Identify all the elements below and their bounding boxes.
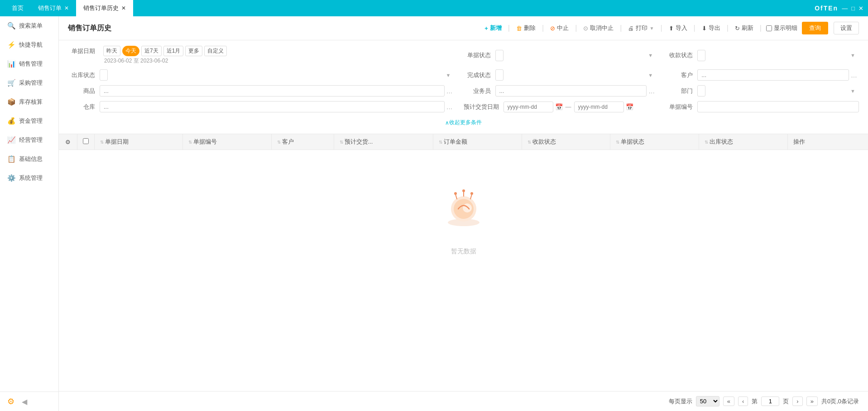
delete-button[interactable]: 🗑 删除 (514, 23, 537, 33)
tab-sales-order-history[interactable]: 销售订单历史 ✕ (76, 0, 133, 16)
refresh-button[interactable]: ↻ 刷新 (733, 23, 755, 33)
sidebar-item-purchase-mgmt[interactable]: 🛒 采购管理 (0, 73, 58, 92)
payment-status-label: 收款状态 (666, 51, 697, 59)
th-checkbox[interactable] (77, 134, 94, 150)
settings-button[interactable]: 设置 (834, 22, 859, 34)
sort-icon-out-stock: ⇅ (705, 140, 708, 145)
delivery-date-to[interactable] (574, 102, 624, 112)
sidebar-item-finance[interactable]: 💰 资金管理 (0, 111, 58, 131)
sidebar-item-inventory[interactable]: 📦 库存核算 (0, 92, 58, 111)
print-button[interactable]: 🖨 打印 ▼ (626, 23, 656, 33)
product-ellipsis-icon[interactable]: … (445, 87, 455, 95)
sidebar-item-search-menu[interactable]: 🔍 搜索菜单 (0, 16, 58, 35)
sidebar-item-quick-nav[interactable]: ⚡ 快捷导航 (0, 35, 58, 54)
doc-status-select[interactable] (495, 50, 504, 61)
tab-sales-order-label: 销售订单 (38, 4, 62, 12)
sort-icon-doc-status: ⇅ (616, 140, 619, 145)
date-btn-yesterday[interactable]: 昨天 (103, 46, 120, 56)
salesperson-input[interactable] (495, 85, 647, 97)
product-input[interactable] (100, 85, 445, 97)
divider8: | (760, 24, 762, 32)
date-btn-more[interactable]: 更多 (185, 46, 202, 56)
sidebar-item-operations[interactable]: 📈 经营管理 (0, 131, 58, 150)
doc-status-sort[interactable]: ⇅ 单据状态 (616, 138, 693, 146)
doc-no-input[interactable] (697, 101, 859, 112)
th-payment-status[interactable]: ⇅ 收款状态 (522, 134, 610, 150)
show-details-checkbox-label[interactable]: 显示明细 (766, 24, 797, 32)
th-delivery-date[interactable]: ⇅ 预计交货... (334, 134, 433, 150)
payment-status-chevron-icon: ▼ (850, 53, 855, 58)
date-btn-7days[interactable]: 近7天 (141, 46, 162, 56)
doc-no-sort[interactable]: ⇅ 单据编号 (188, 138, 266, 146)
salesperson-ellipsis-icon[interactable]: … (647, 87, 657, 95)
sidebar-item-sys-mgmt[interactable]: ⚙️ 系统管理 (0, 169, 58, 188)
window-close[interactable]: ✕ (858, 5, 863, 12)
th-customer[interactable]: ⇅ 客户 (271, 134, 334, 150)
sidebar-collapse-icon[interactable]: ◀ (22, 397, 27, 406)
th-out-stock[interactable]: ⇅ 出库状态 (699, 134, 787, 150)
first-page-button[interactable]: « (723, 396, 734, 406)
date-btn-1month[interactable]: 近1月 (163, 46, 184, 56)
window-minimize[interactable]: — (842, 5, 848, 12)
th-order-amount[interactable]: ⇅ 订单金额 (433, 134, 522, 150)
quick-nav-icon: ⚡ (7, 41, 15, 49)
th-settings[interactable]: ⚙ (59, 134, 77, 150)
print-dropdown-icon[interactable]: ▼ (649, 26, 654, 31)
filter-row-3: 商品 … 业务员 … 部门 ▼ (68, 85, 859, 97)
calendar-to-icon[interactable]: 📅 (626, 103, 633, 111)
new-button[interactable]: + 新增 (483, 23, 504, 33)
export-button[interactable]: ⬇ 导出 (700, 23, 722, 33)
sidebar-item-base-info[interactable]: 📋 基础信息 (0, 150, 58, 169)
operations-icon: 📈 (7, 136, 15, 144)
doc-date-sort[interactable]: ⇅ 单据日期 (100, 138, 177, 146)
last-page-button[interactable]: » (806, 396, 818, 406)
cancel-stop-button[interactable]: ⊙ 取消中止 (581, 23, 615, 33)
payment-status-sort[interactable]: ⇅ 收款状态 (528, 138, 605, 146)
out-stock-status-select[interactable] (100, 69, 108, 81)
delivery-date-sort[interactable]: ⇅ 预计交货... (340, 138, 428, 146)
th-doc-date[interactable]: ⇅ 单据日期 (94, 134, 183, 150)
delivery-date-from[interactable] (504, 102, 553, 112)
main-content: 销售订单历史 + 新增 | 🗑 删除 | ⊘ 中止 | ⊙ (59, 16, 868, 411)
tab-sales-order[interactable]: 销售订单 ✕ (31, 0, 76, 16)
th-doc-no[interactable]: ⇅ 单据编号 (183, 134, 272, 150)
sidebar-item-sales-mgmt[interactable]: 📊 销售管理 (0, 54, 58, 73)
tab-home-label: 首页 (12, 4, 24, 12)
page-size-select[interactable]: 50 20 100 200 (696, 396, 719, 406)
query-button[interactable]: 查询 (802, 22, 828, 34)
tab-sales-order-history-close[interactable]: ✕ (121, 5, 126, 11)
sidebar-item-operations-label: 经营管理 (19, 136, 43, 144)
customer-input[interactable] (697, 69, 849, 81)
show-details-checkbox[interactable] (766, 25, 772, 31)
customer-sort[interactable]: ⇅ 客户 (277, 138, 328, 146)
date-btn-custom[interactable]: 自定义 (204, 46, 227, 56)
calendar-from-icon[interactable]: 📅 (555, 103, 563, 111)
select-all-checkbox[interactable] (83, 138, 89, 144)
warehouse-ellipsis-icon[interactable]: … (445, 103, 455, 111)
complete-status-select[interactable] (495, 69, 504, 81)
page-size-label: 每页显示 (669, 397, 692, 406)
page-number-input[interactable] (761, 396, 779, 406)
out-stock-sort[interactable]: ⇅ 出库状态 (705, 138, 782, 146)
collapse-button[interactable]: ∧ 收起更多条件 (68, 117, 859, 128)
th-doc-status[interactable]: ⇅ 单据状态 (610, 134, 699, 150)
filter-row-1: 单据日期 昨天 今天 近7天 近1月 更多 自定义 2023-06-02 至 2… (68, 46, 859, 65)
import-button[interactable]: ⬆ 导入 (667, 23, 689, 33)
date-separator: — (566, 103, 571, 110)
tab-home[interactable]: 首页 (5, 0, 31, 16)
date-range-text: 2023-06-02 至 2023-06-02 (104, 58, 168, 64)
customer-ellipsis-icon[interactable]: … (849, 72, 859, 79)
stop-button[interactable]: ⊘ 中止 (548, 23, 571, 33)
th-doc-no-label: 单据编号 (193, 138, 217, 146)
dept-select[interactable] (697, 85, 705, 97)
payment-status-select[interactable] (697, 50, 705, 61)
window-maximize[interactable]: □ (851, 5, 855, 12)
th-order-amount-label: 订单金额 (444, 138, 467, 146)
sidebar-settings-icon[interactable]: ⚙ (7, 396, 14, 406)
date-btn-today[interactable]: 今天 (122, 46, 139, 56)
next-page-button[interactable]: › (792, 396, 802, 406)
order-amount-sort[interactable]: ⇅ 订单金额 (439, 138, 516, 146)
prev-page-button[interactable]: ‹ (738, 396, 748, 406)
tab-sales-order-close[interactable]: ✕ (64, 5, 69, 11)
warehouse-input[interactable] (100, 101, 445, 112)
